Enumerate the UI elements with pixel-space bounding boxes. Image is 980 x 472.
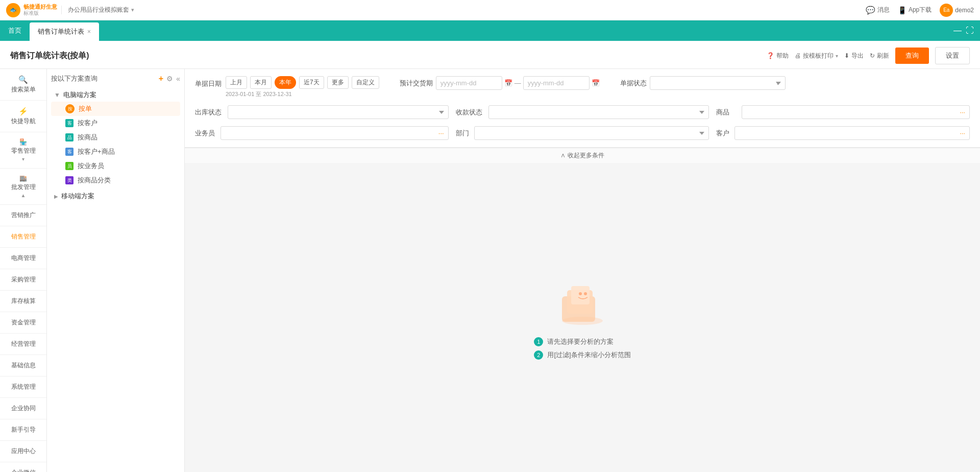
empty-hints: 1 请先选择要分析的方案 2 用[过滤]条件来缩小分析范围 bbox=[534, 337, 630, 360]
status-select[interactable] bbox=[650, 76, 786, 90]
mobile-scheme-header[interactable]: ▶ 移动端方案 bbox=[51, 190, 180, 203]
query-button[interactable]: 查询 bbox=[895, 48, 929, 64]
customer-dots-icon: ··· bbox=[960, 129, 965, 137]
scheme-by-order[interactable]: 按 按单 bbox=[51, 102, 180, 116]
sidebar-item-basic[interactable]: 基础信息 bbox=[0, 355, 46, 376]
sidebar-item-appstore[interactable]: 应用中心 bbox=[0, 441, 46, 462]
mobile-scheme-section: ▶ 移动端方案 bbox=[51, 190, 180, 203]
refresh-icon: ↻ bbox=[870, 52, 875, 59]
sidebar-item-operation[interactable]: 经营管理 bbox=[0, 334, 46, 355]
sidebar-item-ecommerce[interactable]: 电商管理 bbox=[0, 248, 46, 269]
scheme-by-category[interactable]: 类 按商品分类 bbox=[51, 173, 180, 187]
workspace-selector[interactable]: 办公用品行业模拟账套 ▾ bbox=[61, 6, 134, 14]
scheme-product-icon: 品 bbox=[65, 133, 74, 141]
hint-text-1: 请先选择要分析的方案 bbox=[547, 337, 614, 346]
period-this-month[interactable]: 本月 bbox=[250, 76, 272, 89]
sidebar-item-sales[interactable]: 销售管理 bbox=[0, 226, 46, 248]
filter-row3: 业务员 ··· 部门 bbox=[195, 126, 970, 140]
empty-hint-2: 2 用[过滤]条件来缩小分析范围 bbox=[534, 350, 630, 360]
collapse-bar[interactable]: ∧ 收起更多条件 bbox=[185, 148, 980, 163]
tab-maximize-icon[interactable]: ⛶ bbox=[966, 26, 974, 35]
salesperson-filter: 业务员 ··· bbox=[195, 126, 449, 140]
sidebar-item-system[interactable]: 系统管理 bbox=[0, 376, 46, 398]
expected-date-to[interactable] bbox=[523, 76, 590, 90]
tab-home[interactable]: 首页 bbox=[0, 20, 30, 41]
sidebar-item-retail[interactable]: 🏪 零售管理 ▾ bbox=[0, 132, 46, 169]
scheme-customer-label: 按客户 bbox=[78, 119, 97, 128]
scheme-by-customer-product[interactable]: 客 按客户+商品 bbox=[51, 145, 180, 159]
empty-state: 1 请先选择要分析的方案 2 用[过滤]条件来缩小分析范围 bbox=[185, 163, 980, 472]
period-last7[interactable]: 近7天 bbox=[299, 76, 324, 89]
user-menu[interactable]: Ea demo2 bbox=[940, 4, 974, 17]
period-this-year[interactable]: 本年 bbox=[275, 76, 296, 89]
print-icon: 🖨 bbox=[795, 52, 801, 59]
filter-area: 单据日期 上月 本月 本年 近7天 更多 自定义 20 bbox=[185, 69, 980, 148]
scheme-by-salesperson[interactable]: 员 按业务员 bbox=[51, 159, 180, 173]
sidebar-item-marketing[interactable]: 营销推广 bbox=[0, 205, 46, 226]
app-download-label: App下载 bbox=[909, 6, 932, 14]
sidebar-quick-nav[interactable]: ⚡ 快捷导航 bbox=[0, 101, 46, 132]
pc-scheme-header[interactable]: ▼ 电脑端方案 bbox=[51, 88, 180, 102]
finance-label: 资金管理 bbox=[11, 318, 36, 327]
scheme-salesperson-icon: 员 bbox=[65, 162, 74, 170]
payment-select-wrap bbox=[488, 105, 709, 119]
dept-select[interactable] bbox=[474, 126, 709, 140]
help-button[interactable]: ❓ 帮助 bbox=[767, 52, 789, 60]
add-scheme-button[interactable]: + bbox=[159, 74, 163, 83]
tab-minimize-icon[interactable]: — bbox=[953, 26, 962, 35]
scheme-customer-icon: 客 bbox=[65, 119, 74, 127]
sidebar-item-newbie[interactable]: 新手引导 bbox=[0, 419, 46, 441]
period-custom[interactable]: 自定义 bbox=[352, 76, 379, 89]
app-download-button[interactable]: 📱 App下载 bbox=[898, 6, 932, 14]
tab-home-label: 首页 bbox=[8, 26, 21, 35]
payment-select[interactable] bbox=[488, 105, 709, 119]
sidebar-item-inventory[interactable]: 库存核算 bbox=[0, 291, 46, 312]
out-status-label: 出库状态 bbox=[195, 108, 224, 117]
message-button[interactable]: 💬 消息 bbox=[866, 6, 890, 15]
print-button[interactable]: 🖨 按模板打印 ▾ bbox=[795, 52, 838, 60]
salesperson-label: 业务员 bbox=[195, 129, 216, 138]
scheme-by-product[interactable]: 品 按商品 bbox=[51, 130, 180, 145]
logo-area: 🐟 畅捷通好生意 标准版 bbox=[6, 3, 57, 17]
ecommerce-label: 电商管理 bbox=[11, 254, 36, 263]
goods-input[interactable]: ··· bbox=[742, 105, 970, 119]
expected-date-from[interactable] bbox=[436, 76, 502, 90]
scheme-by-customer[interactable]: 客 按客户 bbox=[51, 116, 180, 130]
sidebar-item-purchase[interactable]: 采购管理 bbox=[0, 269, 46, 291]
scheme-customer-product-icon: 客 bbox=[65, 148, 74, 156]
goods-dots-icon: ··· bbox=[960, 108, 965, 116]
topbar: 🐟 畅捷通好生意 标准版 办公用品行业模拟账套 ▾ 💬 消息 📱 App下载 E… bbox=[0, 0, 980, 20]
tab-sales-order[interactable]: 销售订单统计表 × bbox=[30, 22, 99, 41]
print-label: 按模板打印 bbox=[803, 52, 834, 60]
export-button[interactable]: ⬇ 导出 bbox=[844, 52, 864, 60]
collapse-label: ∧ 收起更多条件 bbox=[560, 152, 604, 159]
sidebar-item-wechat[interactable]: 企业微信 bbox=[0, 462, 46, 472]
setting-button[interactable]: 设置 bbox=[935, 47, 970, 64]
out-status-filter: 出库状态 bbox=[195, 105, 449, 119]
customer-input[interactable]: ··· bbox=[734, 126, 970, 140]
empty-svg bbox=[552, 276, 613, 327]
expected-date-filter: 预计交货期 📅 — 📅 bbox=[389, 76, 610, 90]
tab-close-icon[interactable]: × bbox=[87, 28, 91, 35]
sidebar-search[interactable]: 🔍 搜索菜单 bbox=[0, 69, 46, 101]
out-status-select[interactable] bbox=[228, 105, 449, 119]
sidebar-item-finance[interactable]: 资金管理 bbox=[0, 312, 46, 334]
sidebar-item-enterprise[interactable]: 企业协同 bbox=[0, 398, 46, 419]
salesperson-input[interactable]: ··· bbox=[220, 126, 449, 140]
collapse-panel-button[interactable]: « bbox=[176, 75, 180, 83]
avatar: Ea bbox=[940, 4, 953, 17]
date-cal-icon1[interactable]: 📅 bbox=[504, 79, 512, 87]
date-cal-icon2[interactable]: 📅 bbox=[592, 79, 600, 87]
hint-num-2: 2 bbox=[534, 350, 543, 360]
sidebar-item-wholesale[interactable]: 🏬 批发管理 ▲ bbox=[0, 169, 46, 205]
refresh-button[interactable]: ↻ 刷新 bbox=[870, 52, 889, 60]
wholesale-arrow: ▲ bbox=[21, 193, 26, 198]
period-more[interactable]: 更多 bbox=[327, 76, 349, 89]
expected-date-label: 预计交货期 bbox=[400, 79, 433, 88]
split-area: 按以下方案查询 + ⚙ « ▼ 电脑端方案 按 按单 bbox=[47, 69, 980, 472]
svg-point-5 bbox=[584, 292, 587, 295]
settings-scheme-button[interactable]: ⚙ bbox=[166, 75, 173, 83]
quicknav-icon: ⚡ bbox=[18, 107, 28, 116]
sidebar: 🔍 搜索菜单 ⚡ 快捷导航 🏪 零售管理 ▾ 🏬 批发管理 ▲ 营销推广 销售管… bbox=[0, 69, 47, 472]
period-last-month[interactable]: 上月 bbox=[226, 76, 247, 89]
